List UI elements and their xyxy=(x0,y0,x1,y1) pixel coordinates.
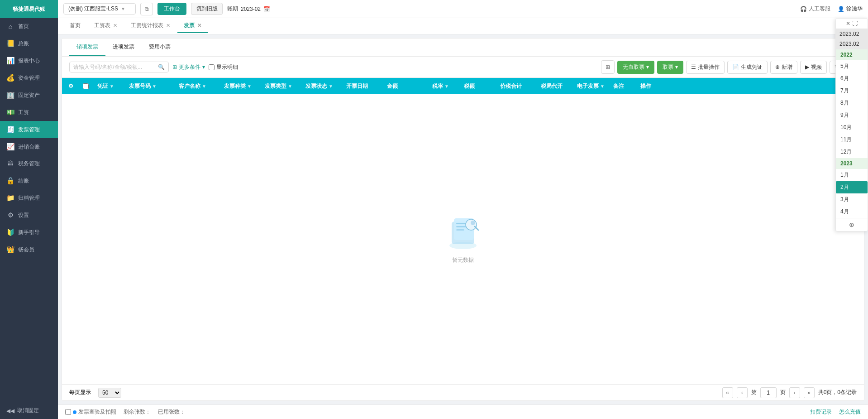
month-2022-12[interactable]: 12月 xyxy=(836,146,868,158)
tab-invoice[interactable]: 发票 ✕ xyxy=(177,19,208,33)
search-input[interactable] xyxy=(73,64,155,70)
sub-tab-purchase-invoice[interactable]: 进项发票 xyxy=(105,39,142,56)
tab-home[interactable]: 首页 xyxy=(63,19,87,33)
th-customer: 客户名称 ▼ xyxy=(176,82,221,90)
invoice-status-filter-icon[interactable]: ▼ xyxy=(329,84,333,89)
tab-payroll-close[interactable]: ✕ xyxy=(113,23,117,29)
sidebar-item-label: 首页 xyxy=(18,23,29,30)
close-icon: ✕ xyxy=(846,20,850,27)
month-2022-08[interactable]: 8月 xyxy=(836,97,868,109)
th-check[interactable] xyxy=(80,83,95,89)
th-tax-total: 价税合计 xyxy=(497,82,538,90)
select-all-checkbox[interactable] xyxy=(83,83,89,89)
sidebar-item-sales[interactable]: 📈 进销台账 xyxy=(0,138,58,155)
batch-op-button[interactable]: ☰ 批量操作 xyxy=(686,61,725,74)
footer-bar: 发票查验及拍照 剩余张数： 已用张数： 扣费记录 怎么充值 xyxy=(58,405,868,419)
sidebar-item-tax[interactable]: 🏛 税务管理 xyxy=(0,155,58,172)
customer-filter-icon[interactable]: ▼ xyxy=(202,84,206,89)
headset-icon: 🎧 xyxy=(800,6,807,12)
th-amount-label: 金额 xyxy=(387,82,398,90)
service-button[interactable]: 🎧 人工客服 xyxy=(800,5,830,13)
sidebar-item-label: 报表中心 xyxy=(18,57,40,65)
electronic-filter-icon[interactable]: ▼ xyxy=(600,84,605,89)
month-2023-01[interactable]: 1月 xyxy=(836,169,868,181)
ticket-button[interactable]: 取票 ▾ xyxy=(657,61,683,74)
user-button[interactable]: 👤 徐滋华 xyxy=(838,5,863,13)
record-link[interactable]: 扣费记录 xyxy=(810,408,832,416)
tab-payroll-report-close[interactable]: ✕ xyxy=(166,23,170,29)
next-page-button[interactable]: › xyxy=(789,387,800,398)
sidebar-item-invoices[interactable]: 🧾 发票管理 xyxy=(0,121,58,138)
invoice-category-filter-icon[interactable]: ▼ xyxy=(288,84,292,89)
invoice-type-filter-icon[interactable]: ▼ xyxy=(247,84,252,89)
per-page-select[interactable]: 20 50 100 xyxy=(98,388,121,398)
tab-payroll-report[interactable]: 工资统计报表 ✕ xyxy=(124,19,176,33)
help-link[interactable]: 怎么充值 xyxy=(839,408,861,416)
workspace-button[interactable]: 工作台 xyxy=(157,3,186,15)
month-2022-09[interactable]: 9月 xyxy=(836,109,868,121)
sidebar-item-closing[interactable]: 🔒 结账 xyxy=(0,172,58,189)
month-2023-04[interactable]: 4月 xyxy=(836,206,868,218)
prev-page-button[interactable]: ‹ xyxy=(737,387,748,398)
th-tax-rate-label: 税率 xyxy=(432,82,443,90)
sidebar-item-assets[interactable]: 🏢 固定资产 xyxy=(0,87,58,104)
voucher-filter-icon[interactable]: ▼ xyxy=(110,84,114,89)
month-2022-11[interactable]: 11月 xyxy=(836,134,868,146)
no-ticket-button[interactable]: 无血取票 ▾ xyxy=(617,61,654,74)
th-settings[interactable]: ⚙ xyxy=(66,83,80,89)
sidebar-collapse[interactable]: ◀◀ 取消固定 xyxy=(0,402,58,419)
search-box[interactable]: 🔍 xyxy=(69,62,169,72)
show-detail-checkbox[interactable]: 显示明细 xyxy=(209,63,238,71)
gen-voucher-label: 生成凭证 xyxy=(741,63,763,71)
sidebar-item-ledger[interactable]: 📒 总账 xyxy=(0,35,58,52)
tax-rate-filter-icon[interactable]: ▼ xyxy=(444,84,449,89)
th-invoice-status: 发票状态 ▼ xyxy=(303,82,343,90)
show-detail-input[interactable] xyxy=(209,64,215,70)
new-button[interactable]: ⊕ 新增 xyxy=(770,61,797,74)
filter-button[interactable]: ⊞ 更多条件 ▾ xyxy=(172,63,205,71)
sub-tab-sales-invoice[interactable]: 销项发票 xyxy=(69,39,105,56)
sidebar-item-member[interactable]: 👑 畅会员 xyxy=(0,241,58,258)
expand-panel-button[interactable]: ⊕ xyxy=(836,218,868,231)
month-2022-06[interactable]: 6月 xyxy=(836,72,868,85)
grid-view-button[interactable]: ⊞ xyxy=(601,60,615,74)
sidebar-item-label: 设置 xyxy=(18,212,29,219)
video-label: 视频 xyxy=(811,63,822,71)
sidebar-item-reports[interactable]: 📊 报表中心 xyxy=(0,52,58,69)
close-panel-button[interactable]: ✕ ⛶ xyxy=(836,19,868,29)
invoice-no-filter-icon[interactable]: ▼ xyxy=(152,84,157,89)
sidebar-item-home[interactable]: ⌂ 首页 xyxy=(0,18,58,35)
month-2023-02[interactable]: 2月 xyxy=(836,181,868,193)
th-invoice-no: 发票号码 ▼ xyxy=(126,82,176,90)
invoice-check-item[interactable]: 发票查验及拍照 xyxy=(65,408,116,416)
invoice-check-checkbox[interactable] xyxy=(65,409,71,415)
month-2022-10[interactable]: 10月 xyxy=(836,121,868,134)
sub-tab-expense-receipt[interactable]: 费用小票 xyxy=(142,39,178,56)
old-version-button[interactable]: 切到旧版 xyxy=(191,3,223,15)
first-page-button[interactable]: « xyxy=(722,387,733,398)
tab-invoice-close[interactable]: ✕ xyxy=(197,23,201,29)
month-2022-07[interactable]: 7月 xyxy=(836,85,868,97)
gen-voucher-button[interactable]: 📄 生成凭证 xyxy=(727,61,768,74)
sidebar-item-guide[interactable]: 🔰 新手引导 xyxy=(0,224,58,241)
company-selector[interactable]: (勿删) 江西服宝-LSS ▼ xyxy=(63,3,136,14)
filter-arrow-icon: ▾ xyxy=(202,64,205,70)
empty-illustration xyxy=(440,215,486,251)
sidebar-item-payroll[interactable]: 💵 工资 xyxy=(0,104,58,121)
tab-payroll[interactable]: 工资表 ✕ xyxy=(88,19,124,33)
total-label: 共0页，0条记录 xyxy=(818,389,857,396)
last-icon: » xyxy=(807,390,811,396)
sidebar-item-archive[interactable]: 📁 归档管理 xyxy=(0,189,58,207)
video-button[interactable]: ▶ 视频 xyxy=(800,61,827,74)
th-remark: 备注 xyxy=(610,82,638,90)
copy-button[interactable]: ⧉ xyxy=(140,3,153,15)
topbar: (勿删) 江西服宝-LSS ▼ ⧉ 工作台 切到旧版 账期 2023-02 📅 … xyxy=(58,0,868,18)
sidebar-item-settings[interactable]: ⚙ 设置 xyxy=(0,207,58,224)
month-2023-03[interactable]: 3月 xyxy=(836,193,868,206)
sidebar-item-funds[interactable]: 💰 资金管理 xyxy=(0,69,58,87)
tab-home-label: 首页 xyxy=(70,22,81,29)
page-number-input[interactable] xyxy=(760,387,777,398)
month-2022-05[interactable]: 5月 xyxy=(836,60,868,72)
guide-icon: 🔰 xyxy=(6,228,14,236)
last-page-button[interactable]: » xyxy=(804,387,815,398)
